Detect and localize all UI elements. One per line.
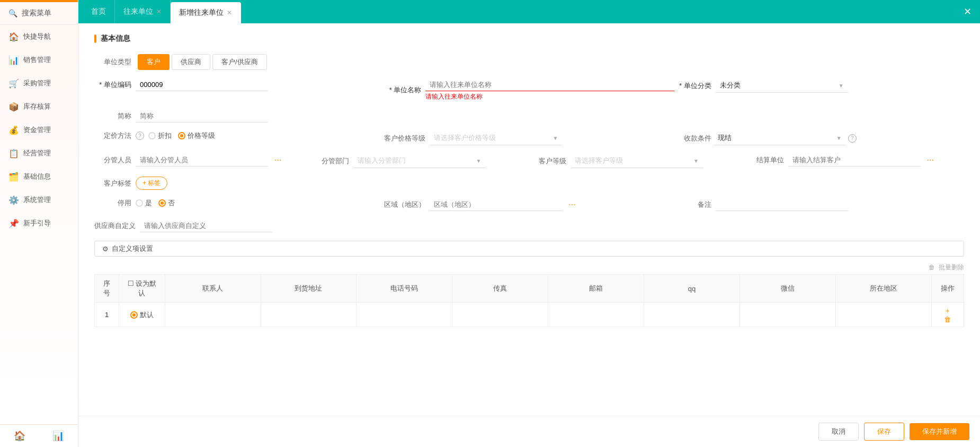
customer-tag-label: 客户标签: [94, 179, 131, 188]
unit-code-label: * 单位编码: [94, 80, 131, 90]
row-delete-icon[interactable]: 🗑: [942, 315, 952, 323]
customer-level-select[interactable]: 请选择客户等级 ▼: [571, 154, 703, 168]
sidebar-item-inventory[interactable]: 📦库存核算: [0, 95, 78, 118]
save-new-button[interactable]: 保存并新增: [910, 423, 969, 440]
unit-type-btn-supplier[interactable]: 供应商: [172, 54, 210, 70]
settlement-unit-label: 结算单位: [747, 155, 784, 165]
cancel-button[interactable]: 取消: [818, 423, 859, 441]
row-contact-input[interactable]: [171, 311, 255, 319]
payment-terms-value: 现结: [718, 133, 732, 143]
row-qq[interactable]: [644, 303, 740, 327]
unit-type-btn-group: 客户供应商客户/供应商: [138, 54, 267, 70]
unit-name-input[interactable]: [425, 78, 674, 91]
sidebar-bottom: 🏠 📊: [0, 424, 78, 447]
pricing-row: 定价方法 ? 折扣 价格等级 客户价格等级 请选择客户价格等级: [94, 131, 964, 145]
pricing-level-option[interactable]: 价格等级: [178, 131, 215, 141]
save-button[interactable]: 保存: [864, 423, 904, 441]
table-col-4: 电话号码: [357, 275, 452, 303]
manager-input[interactable]: [136, 154, 268, 166]
disabled-yes-radio[interactable]: [136, 199, 143, 207]
batch-delete-label[interactable]: 批量删除: [939, 264, 964, 271]
pricing-method-label: 定价方法: [94, 131, 131, 141]
tab-partners-close[interactable]: ✕: [156, 8, 162, 15]
row-phone[interactable]: [357, 303, 452, 327]
sidebar-label-guide: 新手引导: [23, 218, 51, 228]
add-tag-btn[interactable]: + 标签: [136, 177, 167, 190]
pricing-discount-option[interactable]: 折扣: [148, 131, 172, 141]
row-address[interactable]: [261, 303, 357, 327]
tab-new-partner-close[interactable]: ✕: [227, 9, 232, 16]
content-area: 基本信息 单位类型 客户供应商客户/供应商 * 单位编码 * 单位名称 请输入往…: [78, 23, 980, 416]
row-fax-input[interactable]: [458, 311, 542, 319]
sidebar-item-quick-nav[interactable]: 🏠快捷导航: [0, 25, 78, 48]
manager-field: 分管人员 ···: [94, 154, 312, 166]
disabled-no-option[interactable]: 否: [158, 198, 175, 208]
department-select[interactable]: 请输入分管部门 ▼: [353, 154, 486, 168]
home-bottom-icon[interactable]: 🏠: [14, 430, 25, 442]
manager-more-btn[interactable]: ···: [272, 155, 283, 165]
sidebar-item-guide[interactable]: 📌新手引导: [0, 212, 78, 235]
region-more-btn[interactable]: ···: [566, 200, 577, 209]
table-header-row: 序号☐ 设为默认联系人到货地址电话号码传真邮箱qq微信所在地区操作: [95, 275, 964, 303]
pricing-level-radio[interactable]: [178, 132, 185, 139]
region-field: 区域（地区） ···: [384, 198, 674, 211]
row-qq-input[interactable]: [649, 311, 734, 319]
tab-bar: 首页 往来单位 ✕ 新增往来单位 ✕ ✕: [78, 0, 980, 23]
sidebar-item-finance[interactable]: 💰资金管理: [0, 118, 78, 142]
region-input[interactable]: [430, 198, 562, 211]
unit-category-field: * 单位分类 未分类 ▼: [674, 78, 964, 93]
tab-home[interactable]: 首页: [83, 0, 115, 23]
row-fax[interactable]: [452, 303, 548, 327]
row-wechat-input[interactable]: [745, 311, 830, 319]
chart-bottom-icon[interactable]: 📊: [52, 430, 64, 442]
custom-settings-btn[interactable]: ⚙ 自定义项设置: [94, 241, 964, 257]
pricing-discount-radio[interactable]: [148, 132, 156, 139]
short-name-input[interactable]: [136, 110, 268, 122]
row-region[interactable]: [835, 303, 931, 327]
department-chevron: ▼: [476, 158, 482, 164]
sidebar-item-system[interactable]: ⚙️系统管理: [0, 188, 78, 212]
tab-new-partner[interactable]: 新增往来单位 ✕: [171, 2, 241, 23]
sidebar-item-base[interactable]: 🗂️基础信息: [0, 165, 78, 188]
disabled-row: 停用 是 否 区域（地区） ··· 备注: [94, 198, 964, 211]
disabled-yes-option[interactable]: 是: [136, 198, 152, 208]
row-phone-input[interactable]: [362, 311, 447, 319]
disabled-yes-label: 是: [145, 198, 152, 208]
manager-label: 分管人员: [94, 155, 131, 165]
row-email-input[interactable]: [554, 311, 638, 319]
settlement-unit-more-btn[interactable]: ···: [925, 155, 936, 165]
sidebar: 🔍 搜索菜单 🏠快捷导航📊销售管理🛒采购管理📦库存核算💰资金管理📋经营管理🗂️基…: [0, 0, 78, 447]
unit-code-input[interactable]: [136, 78, 268, 91]
sidebar-item-purchase[interactable]: 🛒采购管理: [0, 72, 78, 95]
window-close-btn[interactable]: ✕: [959, 6, 976, 17]
disabled-no-radio[interactable]: [158, 199, 166, 207]
pricing-method-help[interactable]: ?: [136, 132, 144, 140]
table-col-0: 序号: [95, 275, 119, 303]
unit-category-select[interactable]: 未分类 ▼: [716, 78, 848, 93]
settlement-unit-input[interactable]: [788, 154, 921, 166]
supplier-custom-input[interactable]: [140, 220, 272, 232]
row-add-icon[interactable]: ＋: [942, 306, 952, 314]
customer-level-chevron: ▼: [693, 158, 699, 164]
unit-type-btn-customer[interactable]: 客户: [138, 54, 170, 70]
select-all-checkbox[interactable]: ☐: [128, 279, 134, 287]
customer-price-level-label: 客户价格等级: [384, 134, 425, 143]
row-region-input[interactable]: [841, 311, 926, 319]
search-menu-item[interactable]: 🔍 搜索菜单: [0, 2, 78, 25]
row-email[interactable]: [548, 303, 644, 327]
row-contact[interactable]: [165, 303, 261, 327]
sidebar-item-sales[interactable]: 📊销售管理: [0, 48, 78, 72]
tab-partners[interactable]: 往来单位 ✕: [115, 0, 171, 23]
sidebar-icon-quick-nav: 🏠: [8, 31, 19, 42]
payment-terms-select[interactable]: 现结 ▼: [714, 131, 846, 145]
sidebar-item-operations[interactable]: 📋经营管理: [0, 142, 78, 165]
payment-terms-help[interactable]: ?: [848, 134, 857, 143]
unit-type-btn-both[interactable]: 客户/供应商: [212, 54, 267, 70]
row-default-radio[interactable]: 默认: [124, 310, 159, 320]
customer-price-level-select[interactable]: 请选择客户价格等级 ▼: [430, 131, 562, 145]
supplier-custom-row: 供应商自定义: [94, 220, 964, 232]
row-address-input[interactable]: [266, 311, 351, 319]
row-wechat[interactable]: [740, 303, 835, 327]
remark-input[interactable]: [716, 198, 848, 211]
row-actions: ＋ 🗑: [931, 303, 964, 327]
